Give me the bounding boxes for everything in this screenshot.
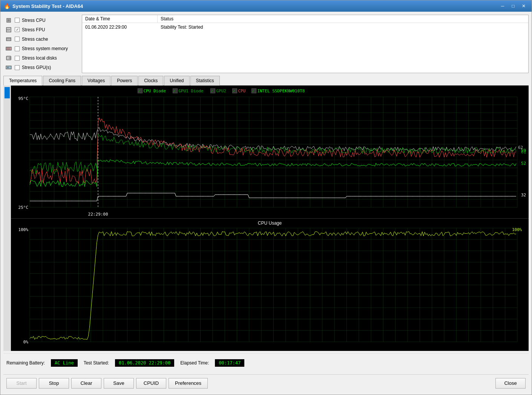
stress-item-memory: Stress system memory xyxy=(5,45,77,53)
temp-chart xyxy=(11,86,529,218)
preferences-button[interactable]: Preferences xyxy=(169,378,208,389)
scroll-thumb[interactable] xyxy=(5,87,10,98)
tab-bar: TemperaturesCooling FansVoltagesPowersCl… xyxy=(3,75,529,86)
window-title: System Stability Test - AIDA64 xyxy=(12,3,498,9)
stress-label-cpu: Stress CPU xyxy=(22,18,46,23)
window-close-button[interactable]: Close xyxy=(495,378,526,389)
cache-icon xyxy=(5,36,12,42)
stress-checkbox-cpu[interactable] xyxy=(15,18,20,23)
tab-temperatures[interactable]: Temperatures xyxy=(3,76,42,86)
memory-icon xyxy=(5,46,12,52)
log-col-status: Status xyxy=(158,15,528,23)
stress-item-disks: Stress local disks xyxy=(5,54,77,62)
log-row: 01.06.2020 22:29:00 Stability Test: Star… xyxy=(82,23,528,31)
button-bar: Start Stop Clear Save CPUID Preferences … xyxy=(3,374,529,392)
stress-checkbox-gpu[interactable] xyxy=(15,65,20,70)
stress-item-gpu: Stress GPU(s) xyxy=(5,64,77,72)
save-button[interactable]: Save xyxy=(104,378,134,389)
svg-rect-1 xyxy=(8,19,10,21)
status-bar: Remaining Battery: AC Line Test Started:… xyxy=(3,353,529,372)
stress-item-fpu: FPStress FPU xyxy=(5,26,77,34)
tabs-section: TemperaturesCooling FansVoltagesPowersCl… xyxy=(3,75,529,351)
log-header: Date & Time Status xyxy=(82,15,528,23)
stop-button[interactable]: Stop xyxy=(39,378,69,389)
stress-label-disks: Stress local disks xyxy=(22,55,57,61)
fpu-icon: FP xyxy=(5,27,12,33)
svg-text:FP: FP xyxy=(7,29,10,31)
tabs-content xyxy=(3,86,529,351)
charts-area xyxy=(11,86,529,351)
cpu-chart xyxy=(11,218,529,351)
stress-panel: Stress CPUFPStress FPUStress cacheStress… xyxy=(3,15,79,73)
cpuid-button[interactable]: CPUID xyxy=(136,378,166,389)
stress-label-fpu: Stress FPU xyxy=(22,27,45,32)
cpu-icon xyxy=(5,17,12,23)
stress-checkbox-memory[interactable] xyxy=(15,46,20,51)
svg-rect-4 xyxy=(6,38,11,41)
sidebar-scrollbar[interactable] xyxy=(3,86,11,351)
top-section: Stress CPUFPStress FPUStress cacheStress… xyxy=(3,15,529,73)
window-controls: ─ □ ✕ xyxy=(498,2,529,10)
title-bar: 🔥 System Stability Test - AIDA64 ─ □ ✕ xyxy=(0,0,532,12)
close-button[interactable]: ✕ xyxy=(519,2,529,10)
tab-statistics[interactable]: Statistics xyxy=(190,76,220,86)
clear-button[interactable]: Clear xyxy=(71,378,101,389)
stress-checkbox-cache[interactable] xyxy=(15,37,20,41)
svg-rect-10 xyxy=(6,56,11,60)
maximize-button[interactable]: □ xyxy=(508,2,518,10)
log-status: Stability Test: Started xyxy=(158,24,206,31)
log-col-datetime: Date & Time xyxy=(82,15,158,23)
disk-icon xyxy=(5,55,12,61)
stress-checkbox-disks[interactable] xyxy=(15,56,20,61)
tab-unified[interactable]: Unified xyxy=(164,76,189,86)
main-window: 🔥 System Stability Test - AIDA64 ─ □ ✕ S… xyxy=(0,0,532,395)
log-datetime: 01.06.2020 22:29:00 xyxy=(82,24,158,31)
tab-cooling-fans[interactable]: Cooling Fans xyxy=(43,76,81,86)
start-button[interactable]: Start xyxy=(6,378,37,389)
svg-rect-6 xyxy=(6,47,11,50)
cpu-canvas xyxy=(11,219,529,351)
elapsed-label: Elapsed Time: xyxy=(180,360,209,366)
stress-label-cache: Stress cache xyxy=(22,37,48,42)
stress-item-cache: Stress cache xyxy=(5,35,77,43)
temp-canvas xyxy=(11,86,529,218)
gpu-icon xyxy=(5,64,12,70)
battery-label: Remaining Battery: xyxy=(6,360,45,366)
tab-voltages[interactable]: Voltages xyxy=(82,76,110,86)
tab-powers[interactable]: Powers xyxy=(111,76,138,86)
app-icon: 🔥 xyxy=(3,3,10,9)
test-started-label: Test Started: xyxy=(84,360,109,366)
battery-value: AC Line xyxy=(51,359,78,367)
content-area: Stress CPUFPStress FPUStress cacheStress… xyxy=(0,12,532,395)
svg-rect-13 xyxy=(7,67,9,68)
tab-clocks[interactable]: Clocks xyxy=(138,76,163,86)
test-started-value: 01.06.2020 22:29:00 xyxy=(115,359,174,367)
minimize-button[interactable]: ─ xyxy=(498,2,507,10)
stress-checkbox-fpu[interactable] xyxy=(15,27,20,32)
stress-label-gpu: Stress GPU(s) xyxy=(22,65,51,70)
stress-label-memory: Stress system memory xyxy=(22,46,68,51)
elapsed-value: 00:17:47 xyxy=(215,359,244,367)
log-panel: Date & Time Status 01.06.2020 22:29:00 S… xyxy=(82,15,529,73)
stress-item-cpu: Stress CPU xyxy=(5,16,77,24)
